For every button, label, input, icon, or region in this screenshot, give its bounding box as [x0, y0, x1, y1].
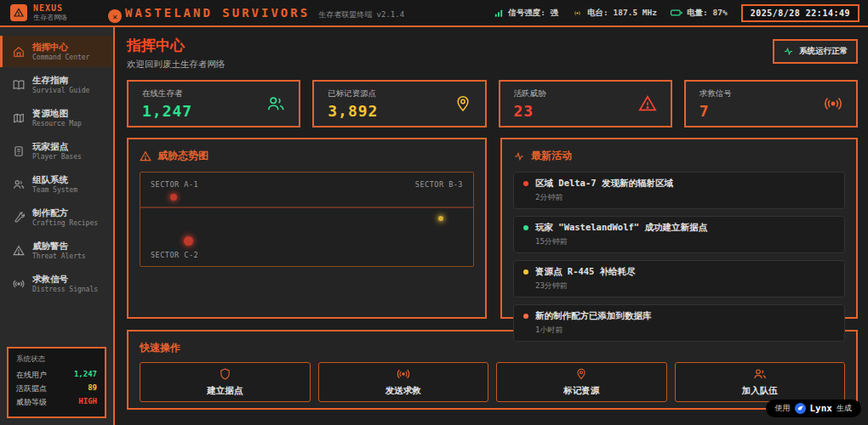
system-status-button[interactable]: 系统运行正常 — [773, 39, 858, 64]
app-version: 生存者联盟终端 v2.1.4 — [318, 9, 404, 20]
users-icon — [266, 94, 285, 113]
sidebar-item-command-center[interactable]: 指挥中心Command Center — [0, 36, 113, 67]
status-dot — [523, 181, 528, 186]
sector-label: SECTOR B-3 — [415, 180, 463, 189]
sidebar-item-threat-alerts[interactable]: 威胁警告Threat Alerts — [0, 235, 113, 266]
quick-actions-panel: 快速操作 建立据点 发送求救 标记资源 加入队伍 — [127, 330, 858, 410]
sidebar-item-player-bases[interactable]: 玩家据点Player Bases — [0, 135, 113, 167]
activity-item[interactable]: 玩家 "WastelandWolf" 成功建立新据点 15分钟前 — [513, 216, 845, 253]
send-distress-button[interactable]: 发送求救 — [318, 362, 489, 402]
join-team-button[interactable]: 加入队伍 — [675, 362, 846, 402]
sidebar-item-crafting-recipes[interactable]: 制作配方Crafting Recipes — [0, 201, 113, 233]
status-row-threat-level: 威胁等级 HIGH — [16, 397, 97, 408]
sidebar: 指挥中心Command Center 生存指南Survival Guide 资源… — [0, 27, 115, 425]
warning-icon — [638, 94, 657, 113]
location-pin-icon — [454, 94, 471, 113]
location-pin-icon — [575, 367, 587, 381]
stat-card-distress-signals[interactable]: 求救信号 7 — [684, 80, 858, 128]
sidebar-item-distress-signals[interactable]: 求救信号Distress Signals — [0, 268, 113, 299]
signal-strength: 信号强度: 强 — [494, 8, 558, 19]
system-status-box: 系统状态 在线用户 1,247 活跃据点 89 威胁等级 HIGH — [7, 347, 106, 418]
top-bar: NEXUS 生存者网络 ✕ WASTELAND SURVIVORS 生存者联盟终… — [0, 0, 868, 27]
threat-map-title: 威胁态势图 — [157, 149, 208, 163]
close-icon[interactable]: ✕ — [108, 9, 122, 23]
threat-map-panel: 威胁态势图 SECTOR A-1 SECTOR B-3 SECTOR C-2 — [127, 138, 487, 319]
threat-dot[interactable] — [438, 216, 443, 221]
stat-card-online-survivors[interactable]: 在线生存者 1,247 — [127, 80, 300, 128]
pulse-icon — [783, 47, 794, 56]
quick-actions-title: 快速操作 — [140, 341, 180, 355]
system-clock: 2025/8/28 22:14:49 — [741, 4, 859, 22]
activity-item[interactable]: 区域 Delta-7 发现新的辐射区域 2分钟前 — [513, 172, 845, 209]
sidebar-item-survival-guide[interactable]: 生存指南Survival Guide — [0, 69, 113, 100]
shield-icon — [219, 367, 231, 381]
activity-item[interactable]: 新的制作配方已添加到数据库 1小时前 — [513, 304, 845, 342]
pulse-icon — [513, 151, 525, 162]
activity-time: 1小时前 — [535, 325, 835, 336]
threat-dot[interactable] — [184, 236, 193, 246]
sector-label: SECTOR C-2 — [151, 251, 198, 259]
page-title: 指挥中心 — [127, 36, 226, 55]
app-title: WASTELAND SURVIVORS — [125, 6, 310, 20]
stat-card-active-threats[interactable]: 活跃威胁 23 — [499, 80, 672, 128]
radio-frequency: 电台: 187.5 MHz — [572, 8, 657, 19]
activity-panel: 最新活动 区域 Delta-7 发现新的辐射区域 2分钟前 玩家 "Wastel… — [500, 138, 858, 319]
activity-title: 最新活动 — [531, 149, 572, 163]
logo-name: NEXUS — [33, 3, 67, 13]
map-divider-line — [140, 207, 473, 208]
mark-resource-button[interactable]: 标记资源 — [496, 362, 667, 402]
status-dot — [523, 314, 528, 319]
warning-icon — [140, 150, 151, 162]
warning-icon — [13, 245, 26, 257]
users-icon — [13, 178, 26, 190]
activity-time: 23分钟前 — [535, 280, 835, 292]
build-base-button[interactable]: 建立据点 — [140, 362, 311, 402]
activity-item[interactable]: 资源点 R-445 补给耗尽 23分钟前 — [513, 260, 845, 298]
lynx-generated-badge[interactable]: 使用 Lynx 生成 — [766, 400, 862, 417]
status-dot — [523, 225, 528, 230]
status-row-online-users: 在线用户 1,247 — [16, 370, 97, 381]
battery-level: 电量: 87% — [671, 8, 728, 19]
home-icon — [13, 46, 26, 58]
activity-time: 15分钟前 — [535, 236, 835, 247]
wrench-icon — [13, 212, 26, 224]
threat-map[interactable]: SECTOR A-1 SECTOR B-3 SECTOR C-2 — [140, 172, 474, 267]
map-icon — [13, 112, 26, 124]
logo-sub: 生存者网络 — [33, 13, 67, 22]
status-row-active-bases: 活跃据点 89 — [16, 383, 97, 394]
battery-icon — [671, 8, 682, 17]
status-box-title: 系统状态 — [16, 354, 97, 365]
broadcast-icon — [13, 278, 26, 290]
sidebar-item-team-system[interactable]: 组队系统Team System — [0, 168, 113, 200]
stat-card-marked-resources[interactable]: 已标记资源点 3,892 — [312, 80, 486, 128]
broadcast-icon — [824, 94, 842, 113]
threat-dot[interactable] — [170, 194, 177, 201]
base-icon — [13, 145, 26, 157]
sector-label: SECTOR A-1 — [151, 180, 198, 189]
lynx-logo-icon — [795, 403, 806, 414]
users-icon — [753, 367, 767, 381]
main-content: 指挥中心 欢迎回到废土生存者网络 系统运行正常 在线生存者 1,247 已标记资… — [117, 27, 868, 425]
book-icon — [13, 79, 26, 91]
warning-logo-icon — [10, 4, 27, 21]
page-subtitle: 欢迎回到废土生存者网络 — [127, 59, 226, 71]
broadcast-icon — [397, 367, 410, 381]
radio-icon — [572, 8, 583, 18]
signal-bars-icon — [494, 8, 504, 18]
activity-time: 2分钟前 — [535, 192, 835, 203]
status-dot — [523, 269, 528, 275]
sidebar-item-resource-map[interactable]: 资源地图Resource Map — [0, 102, 113, 133]
nexus-logo: NEXUS 生存者网络 — [0, 0, 115, 26]
